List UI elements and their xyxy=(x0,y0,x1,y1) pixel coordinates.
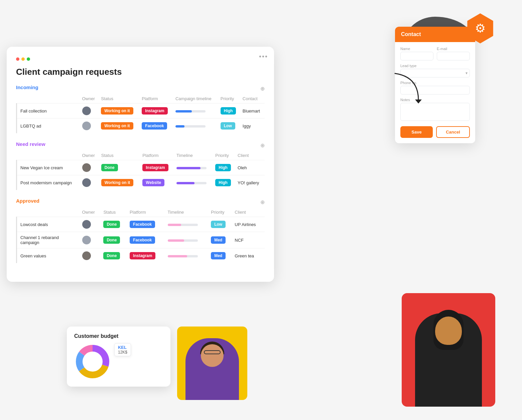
col-header-status: Status xyxy=(99,95,140,103)
page-title: Client campaign requests xyxy=(16,67,265,77)
row-platform: Facebook xyxy=(128,232,165,248)
progress-bar xyxy=(175,125,206,128)
col-header-owner: Owner xyxy=(80,95,99,103)
svg-point-5 xyxy=(83,352,102,371)
contact-card-header: Contact xyxy=(395,27,475,42)
mac-dot-minimize[interactable] xyxy=(21,57,25,61)
row-owner xyxy=(80,248,102,263)
hubspot-icon: ⚙ xyxy=(475,22,486,34)
row-name: New Vegan Ice cream xyxy=(17,160,80,175)
row-platform: Website xyxy=(140,175,174,190)
section-approved: Approved⊕OwnerStatusPlatformTimelinePrio… xyxy=(16,198,265,263)
table-incoming: OwnerStatusPlatformCampaign timelinePrio… xyxy=(16,95,265,133)
row-priority: Low xyxy=(209,217,233,232)
progress-fill xyxy=(176,167,201,169)
row-platform: Instagram xyxy=(140,103,173,119)
row-name: Post modernism campaign xyxy=(17,175,80,190)
progress-fill xyxy=(175,110,192,113)
avatar xyxy=(82,122,91,130)
section-add-button-need-review[interactable]: ⊕ xyxy=(260,142,265,149)
platform-badge: Website xyxy=(142,179,164,186)
contact-save-button[interactable]: Save xyxy=(400,126,433,138)
row-contact: Iggy xyxy=(241,119,265,134)
status-badge: Working on it xyxy=(101,179,133,186)
contact-name-field: Name xyxy=(400,47,433,60)
status-badge: Done xyxy=(103,252,120,259)
chart-area: KEL 12K$ xyxy=(74,343,163,380)
table-need-review: OwnerStatusPlatformTimelinePriorityClien… xyxy=(16,152,265,190)
contact-cancel-button[interactable]: Cancel xyxy=(436,126,470,138)
priority-badge: Med xyxy=(211,236,226,244)
arrow-decoration xyxy=(392,70,432,110)
contact-name-email-row: Name E-mail xyxy=(400,47,470,60)
row-name: Lowcost deals xyxy=(17,217,80,232)
col-header-timeline: Timeline xyxy=(166,208,209,217)
priority-badge: High xyxy=(215,179,231,186)
progress-bar xyxy=(175,110,206,113)
status-badge: Done xyxy=(101,164,118,171)
row-status: Done xyxy=(101,232,128,248)
contact-email-field: E-mail xyxy=(437,47,470,60)
row-owner xyxy=(80,119,99,134)
mac-dot-maximize[interactable] xyxy=(27,57,30,61)
row-name: Channel 1 rebarand campaign xyxy=(17,232,80,248)
row-status: Working on it xyxy=(99,119,140,134)
col-header-campaign-timeline: Campaign timeline xyxy=(173,95,219,103)
row-platform: Facebook xyxy=(140,119,173,134)
col-header-owner: Owner xyxy=(80,152,99,160)
card-menu-button[interactable]: ••• xyxy=(259,53,268,60)
svg-marker-0 xyxy=(415,99,422,103)
row-contact: Green tea xyxy=(233,248,265,263)
row-owner xyxy=(80,160,99,175)
section-add-button-incoming[interactable]: ⊕ xyxy=(260,85,265,92)
campaign-card: ••• Client campaign requests Incoming⊕Ow… xyxy=(7,47,274,282)
mac-dot-close[interactable] xyxy=(16,57,19,61)
row-name: Fall collection xyxy=(17,103,80,119)
contact-email-label: E-mail xyxy=(437,47,470,51)
status-badge: Done xyxy=(103,221,120,228)
status-badge: Working on it xyxy=(101,107,133,115)
table-approved: OwnerStatusPlatformTimelinePriorityClien… xyxy=(16,208,265,263)
row-contact: YO! gallery xyxy=(236,175,265,190)
donut-chart: KEL 12K$ xyxy=(74,343,111,380)
section-add-button-approved[interactable]: ⊕ xyxy=(260,199,265,205)
avatar xyxy=(82,178,91,187)
section-title-incoming: Incoming xyxy=(16,84,38,90)
col-header-priority: Priority xyxy=(209,208,233,217)
contact-name-input[interactable] xyxy=(400,52,433,60)
platform-badge: Facebook xyxy=(142,122,167,130)
progress-fill xyxy=(168,239,184,242)
col-header-platform: Platform xyxy=(140,95,173,103)
row-status: Working on it xyxy=(99,175,141,190)
tooltip-value: 12K$ xyxy=(118,350,127,355)
row-status: Done xyxy=(101,248,128,263)
man-body xyxy=(185,338,239,400)
table-row: New Vegan Ice creamDoneInstagramHighOleh xyxy=(17,160,265,175)
man-glasses xyxy=(204,350,221,354)
col-header-contact: Contact xyxy=(241,95,265,103)
row-contact: NCF xyxy=(233,232,265,248)
platform-badge: Instagram xyxy=(142,164,168,171)
table-row: Fall collectionWorking on itInstagramHig… xyxy=(17,103,265,119)
status-badge: Working on it xyxy=(101,122,133,130)
row-owner xyxy=(80,175,99,190)
row-contact: UP Airlines xyxy=(233,217,265,232)
mac-window-dots xyxy=(16,57,265,61)
row-priority: Med xyxy=(209,232,233,248)
row-timeline xyxy=(166,248,209,263)
progress-fill xyxy=(168,255,187,257)
progress-fill xyxy=(176,182,194,184)
col-header-platform: Platform xyxy=(128,208,165,217)
contact-name-label: Name xyxy=(400,47,433,51)
progress-bar xyxy=(168,224,198,226)
row-name: LGBTQ ad xyxy=(17,119,80,134)
priority-badge: Med xyxy=(211,252,226,259)
col-header-priority: Priority xyxy=(219,95,241,103)
contact-lead-label: Lead type xyxy=(400,64,470,68)
row-timeline xyxy=(166,232,209,248)
col-header-priority: Priority xyxy=(213,152,236,160)
row-timeline xyxy=(166,217,209,232)
col-header-timeline: Timeline xyxy=(174,152,213,160)
contact-email-input[interactable] xyxy=(437,52,470,60)
woman-head xyxy=(435,317,462,345)
